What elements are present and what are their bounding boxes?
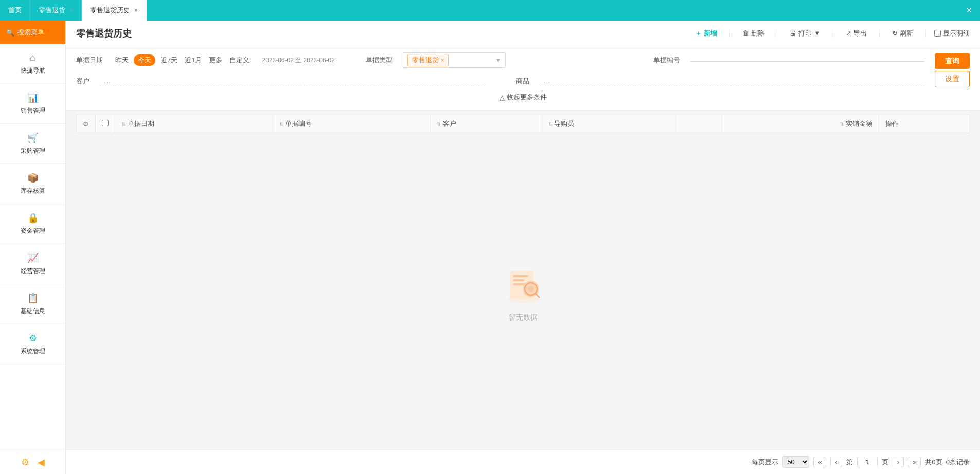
date-col-label: 单据日期 — [128, 120, 154, 127]
doc-no-col-header: ⇅ 单据编号 — [273, 115, 431, 133]
pagination-bar: 每页显示 10 20 50 100 « ‹ 第 页 › » 共0页, 0条记录 — [66, 449, 980, 474]
tab-retail-return[interactable]: 零售退货 × — [30, 0, 82, 21]
date-option-today[interactable]: 今天 — [134, 54, 155, 66]
query-button[interactable]: 查询 — [935, 53, 970, 69]
page-title: 零售退货历史 — [76, 27, 132, 40]
collapse-sidebar-icon[interactable]: ◀ — [38, 457, 45, 468]
sales-icon: 📊 — [27, 92, 39, 103]
table-area: ⚙ ⇅ 单据日期 ⇅ 单据编号 — [66, 111, 980, 449]
settings-button[interactable]: 设置 — [935, 71, 970, 87]
first-page-button[interactable]: « — [813, 457, 826, 467]
filter-dates: 昨天 今天 近7天 近1月 更多 自定义 — [113, 54, 252, 66]
header-actions: ＋ 新增 🗑 删除 🖨 打印 ▼ ↗ 导出 — [691, 27, 970, 40]
customer-input[interactable]: … — [100, 76, 485, 86]
date-option-yesterday[interactable]: 昨天 — [113, 54, 131, 66]
export-button[interactable]: ↗ 导出 — [842, 27, 871, 40]
per-page-select[interactable]: 10 20 50 100 — [782, 456, 809, 468]
date-option-1month[interactable]: 近1月 — [183, 54, 204, 66]
doc-no-filter-label: 单据编号 — [653, 56, 680, 65]
next-page-button[interactable]: › — [893, 457, 904, 467]
date-col-sort-icon[interactable]: ⇅ — [121, 121, 126, 127]
date-option-custom[interactable]: 自定义 — [227, 54, 252, 66]
guide-col-header: ⇅ 导购员 — [542, 115, 676, 133]
sidebar-item-label: 系统管理 — [21, 347, 45, 356]
settings-bottom-icon[interactable]: ⚙ — [21, 457, 29, 468]
svg-rect-2 — [513, 275, 528, 277]
data-table: ⚙ ⇅ 单据日期 ⇅ 单据编号 — [76, 115, 970, 133]
date-filter-label: 单据日期 — [76, 56, 103, 65]
checkbox-col-header — [96, 115, 115, 133]
sidebar-item-label: 基础信息 — [21, 307, 45, 316]
show-detail-checkbox[interactable] — [934, 30, 941, 37]
separator — [833, 29, 833, 38]
window-close-button[interactable]: × — [958, 5, 980, 16]
sidebar-item-label: 采购管理 — [21, 147, 45, 155]
print-dropdown-icon: ▼ — [814, 29, 821, 37]
delete-button[interactable]: 🗑 删除 — [738, 27, 769, 40]
prev-page-button[interactable]: ‹ — [830, 457, 842, 467]
date-option-more[interactable]: 更多 — [207, 54, 224, 66]
export-icon: ↗ — [846, 29, 851, 37]
date-option-7days[interactable]: 近7天 — [158, 54, 180, 66]
type-tag-label: 零售退货 — [412, 56, 439, 65]
type-dropdown-icon: ▼ — [495, 57, 501, 63]
action-col-label: 操作 — [885, 120, 899, 127]
tab-home[interactable]: 首页 — [0, 0, 30, 21]
doc-no-col-sort-icon[interactable]: ⇅ — [279, 121, 283, 127]
doc-no-input[interactable] — [690, 59, 924, 62]
show-detail-container: 显示明细 — [934, 29, 970, 38]
sidebar-search[interactable]: 🔍 搜索菜单 — [0, 21, 65, 44]
tab-retail-return-history-close[interactable]: × — [134, 7, 138, 14]
type-filter-dropdown[interactable]: 零售退货 × ▼ — [403, 52, 506, 68]
sidebar-item-purchase-mgmt[interactable]: 🛒 采购管理 — [0, 124, 65, 164]
empty-text: 暂无数据 — [509, 313, 538, 322]
add-button[interactable]: ＋ 新增 — [691, 27, 721, 40]
guide-col-sort-icon[interactable]: ⇅ — [548, 121, 553, 127]
home-icon: ⌂ — [30, 52, 35, 63]
delete-icon: 🗑 — [742, 29, 749, 37]
print-button[interactable]: 🖨 打印 ▼ — [786, 27, 825, 40]
sidebar-item-quick-nav[interactable]: ⌂ 快捷导航 — [0, 44, 65, 84]
amount-col-sort-icon[interactable]: ⇅ — [840, 121, 844, 127]
sidebar-item-system-mgmt[interactable]: ⚙ 系统管理 — [0, 324, 65, 364]
main-layout: 🔍 搜索菜单 ⌂ 快捷导航 📊 销售管理 🛒 采购管理 📦 库存核算 🔒 资金管… — [0, 21, 980, 474]
action-col-header: 操作 — [879, 115, 969, 133]
collapse-button[interactable]: △ 收起更多条件 — [493, 90, 553, 104]
purchase-icon: 🛒 — [27, 132, 39, 143]
select-all-checkbox[interactable] — [102, 120, 109, 126]
page-input[interactable] — [857, 457, 878, 467]
table-header: ⚙ ⇅ 单据日期 ⇅ 单据编号 — [77, 115, 970, 133]
sidebar-item-finance[interactable]: 🔒 资金管理 — [0, 204, 65, 244]
content-area: 零售退货历史 ＋ 新增 🗑 删除 🖨 打印 ▼ — [66, 21, 980, 474]
table-header-row: ⚙ ⇅ 单据日期 ⇅ 单据编号 — [77, 115, 970, 133]
sidebar-bottom: ⚙ ◀ — [0, 450, 65, 474]
search-icon: 🔍 — [6, 29, 14, 37]
customer-col-sort-icon[interactable]: ⇅ — [437, 121, 441, 127]
separator — [729, 29, 730, 38]
last-page-button[interactable]: » — [908, 457, 921, 467]
separator — [925, 29, 926, 38]
sidebar-item-inventory[interactable]: 📦 库存核算 — [0, 164, 65, 204]
type-tag-close[interactable]: × — [441, 57, 444, 63]
refresh-icon: ↻ — [892, 29, 898, 37]
sidebar-item-operations[interactable]: 📈 经营管理 — [0, 244, 65, 284]
tab-retail-return-close[interactable]: × — [69, 7, 73, 14]
sidebar-item-label: 快捷导航 — [21, 66, 45, 75]
sidebar-item-sales-mgmt[interactable]: 📊 销售管理 — [0, 84, 65, 124]
goods-input[interactable]: … — [540, 76, 925, 86]
sidebar: 🔍 搜索菜单 ⌂ 快捷导航 📊 销售管理 🛒 采购管理 📦 库存核算 🔒 资金管… — [0, 21, 66, 474]
show-detail-label: 显示明细 — [943, 29, 970, 38]
table-settings-icon[interactable]: ⚙ — [83, 120, 89, 128]
empty-state: 暂无数据 — [76, 133, 970, 449]
tab-retail-return-label: 零售退货 — [39, 6, 65, 15]
basic-info-icon: 📋 — [27, 293, 39, 304]
sidebar-search-label: 搜索菜单 — [17, 28, 44, 37]
svg-point-8 — [528, 286, 534, 292]
per-page-label: 每页显示 — [752, 458, 778, 467]
print-icon: 🖨 — [790, 29, 796, 37]
separator — [777, 29, 777, 38]
sidebar-item-basic-info[interactable]: 📋 基础信息 — [0, 284, 65, 324]
add-label: 新增 — [704, 29, 717, 38]
tab-retail-return-history[interactable]: 零售退货历史 × — [82, 0, 147, 21]
refresh-button[interactable]: ↻ 刷新 — [888, 27, 917, 40]
